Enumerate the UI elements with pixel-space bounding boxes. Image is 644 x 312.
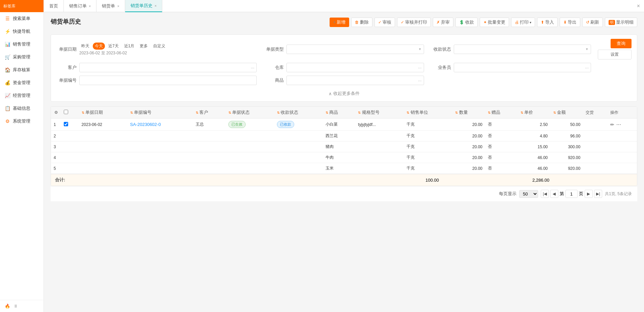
th-amount[interactable]: ⇅ 金额: [551, 107, 583, 119]
sidebar-item-operations[interactable]: 📈 经营管理: [0, 89, 44, 102]
th-gear[interactable]: ⚙: [51, 107, 61, 119]
row-qty: 20.00: [452, 119, 485, 131]
tab-sales-order-close[interactable]: ×: [89, 4, 91, 8]
doc-no-link[interactable]: SA-20230602-0: [130, 122, 161, 127]
sidebar-item-finance[interactable]: 💰 资金管理: [0, 76, 44, 89]
print-icon: 🖨: [515, 20, 519, 25]
export-button[interactable]: ⬇ 导出: [560, 18, 580, 27]
last-page-btn[interactable]: ▶|: [594, 190, 602, 198]
th-goods[interactable]: ⇅ 商品: [323, 107, 356, 119]
row-payment-status: [274, 131, 323, 141]
print-button[interactable]: 🖨 打印 ▾: [511, 18, 535, 27]
next-page-btn[interactable]: ▶: [585, 190, 593, 198]
collect-button[interactable]: 💲 收款: [455, 18, 478, 27]
audit-print-button[interactable]: ✓ 审核并打印: [397, 18, 431, 27]
warehouse-dots[interactable]: ···: [416, 65, 424, 70]
tab-sales-history-close[interactable]: ×: [155, 4, 157, 8]
row-doc-no: [128, 141, 193, 152]
table-row: 3 猪肉 千克 20.00 否 15.00 300.00: [51, 141, 637, 152]
date-shortcut-1month[interactable]: 近1月: [122, 43, 137, 50]
import-button[interactable]: ⬆ 导入: [537, 18, 558, 27]
close-all-tabs[interactable]: ×: [633, 3, 644, 9]
staff-dots[interactable]: ···: [583, 65, 591, 70]
new-button[interactable]: + 新增: [330, 18, 349, 27]
date-shortcut-yesterday[interactable]: 昨天: [79, 43, 91, 50]
prev-page-btn[interactable]: ◀: [550, 190, 558, 198]
refresh-button[interactable]: ↺ 刷新: [582, 18, 603, 27]
collapse-filter-btn[interactable]: ∧ 收起更多条件: [56, 88, 632, 97]
system-icon: ⚙: [5, 119, 10, 124]
doc-type-select[interactable]: ▾: [286, 45, 424, 54]
first-page-btn[interactable]: |◀: [541, 190, 549, 198]
batch-change-button[interactable]: ✦ 批量变更: [480, 18, 509, 27]
row-trade: [583, 131, 608, 141]
settings-button[interactable]: 设置: [598, 50, 632, 59]
tab-sales-goods[interactable]: 销货单 ×: [96, 0, 125, 12]
abandon-button[interactable]: ✗ 弃审: [433, 18, 453, 27]
th-doc-status[interactable]: ⇅ 单据状态: [226, 107, 274, 119]
th-spec[interactable]: ⇅ 规格型号: [355, 107, 404, 119]
customer-input-wrap: ···: [79, 63, 257, 72]
more-icon[interactable]: ⋯: [616, 122, 621, 127]
date-shortcut-today[interactable]: 今天: [93, 43, 105, 50]
date-shortcut-7days[interactable]: 近7天: [106, 43, 121, 50]
warehouse-input[interactable]: [287, 64, 416, 72]
row-trade: [583, 163, 608, 174]
sidebar-item-search-menu[interactable]: ☰ 搜索菜单: [0, 12, 44, 25]
tab-home[interactable]: 首页: [44, 0, 64, 12]
row-checkbox: [61, 163, 79, 174]
page-title: 销货单历史: [51, 18, 81, 26]
row-select[interactable]: [64, 122, 68, 126]
query-button[interactable]: 查询: [611, 39, 632, 48]
sidebar-item-base-info[interactable]: 📋 基础信息: [0, 102, 44, 115]
date-shortcut-custom[interactable]: 自定义: [151, 43, 167, 50]
th-qty[interactable]: ⇅ 数量: [452, 107, 485, 119]
th-doc-date[interactable]: ⇅ 单据日期: [79, 107, 128, 119]
row-action: [608, 141, 637, 152]
fire-icon[interactable]: 🔥: [5, 304, 10, 309]
edit-icon[interactable]: ✏: [610, 122, 614, 127]
th-unit[interactable]: ⇅ 销售单位: [404, 107, 452, 119]
sidebar-item-quick-nav[interactable]: ⚡ 快捷导航: [0, 25, 44, 38]
delete-button[interactable]: 🗑 删除: [351, 18, 372, 27]
doc-no-label: 单据编号: [56, 77, 77, 83]
tab-sales-history[interactable]: 销货单历史 ×: [125, 0, 162, 12]
sidebar-item-inventory[interactable]: 🏠 库存核算: [0, 63, 44, 76]
abandon-icon: ✗: [437, 20, 440, 25]
row-action: [608, 131, 637, 141]
sidebar-item-purchase-mgmt[interactable]: 🛒 采购管理: [0, 51, 44, 63]
tab-sales-goods-close[interactable]: ×: [117, 4, 119, 8]
show-detail-button[interactable]: 明 显示明细: [605, 18, 637, 27]
row-unit-price: 46.00: [518, 152, 551, 163]
base-info-icon: 📋: [5, 106, 10, 111]
filter-date-col: 昨天 今天 近7天 近1月 更多 自定义 2023-06-02 至 2023-0…: [79, 43, 257, 56]
row-amount: 920.00: [551, 152, 583, 163]
goods-dots[interactable]: ···: [416, 78, 424, 83]
row-payment-status: 已收款: [274, 119, 323, 131]
th-payment-status[interactable]: ⇅ 收款状态: [274, 107, 323, 119]
th-gift[interactable]: ⇅ 赠品: [485, 107, 518, 119]
pause-icon[interactable]: ⏸: [13, 304, 18, 309]
tab-sales-order[interactable]: 销售订单 ×: [64, 0, 96, 12]
staff-input[interactable]: [454, 64, 583, 72]
customer-dots[interactable]: ···: [249, 65, 256, 70]
show-detail-icon: 明: [609, 20, 615, 25]
page-input[interactable]: [565, 190, 578, 198]
select-all-checkbox[interactable]: [64, 110, 68, 114]
th-unit-price[interactable]: ⇅ 单价: [518, 107, 551, 119]
th-customer[interactable]: ⇅ 客户: [193, 107, 226, 119]
payment-status-select[interactable]: ▾: [454, 45, 591, 54]
sidebar-item-system[interactable]: ⚙ 系统管理: [0, 115, 44, 128]
page-label-post: 页: [579, 191, 583, 197]
th-doc-no[interactable]: ⇅ 单据编号: [128, 107, 193, 119]
per-page-select[interactable]: 50 100 200: [519, 190, 538, 198]
goods-input[interactable]: [287, 77, 416, 84]
sort-icon: ⇅: [130, 111, 133, 114]
sort-icon: ⇅: [407, 111, 409, 114]
date-shortcut-more[interactable]: 更多: [138, 43, 150, 50]
row-unit: 千克: [404, 131, 452, 141]
sidebar-item-sales-mgmt[interactable]: 📊 销售管理: [0, 38, 44, 51]
doc-no-input[interactable]: [79, 76, 257, 85]
customer-input[interactable]: [80, 64, 249, 72]
audit-button[interactable]: ✓ 审核: [374, 18, 395, 27]
